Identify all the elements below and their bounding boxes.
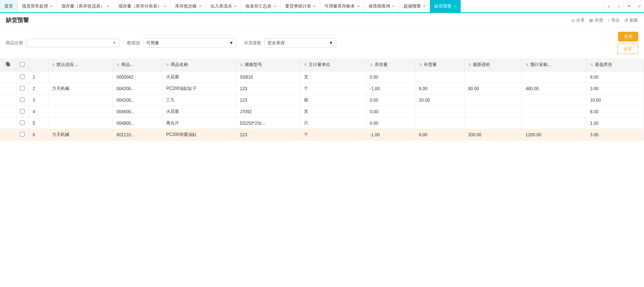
tab-close-in-out-flow[interactable]: × bbox=[234, 4, 236, 8]
row-checkbox[interactable] bbox=[20, 97, 25, 102]
row-checkbox[interactable] bbox=[20, 120, 25, 125]
gear-cell bbox=[0, 94, 16, 106]
tab-close-inventory-dist[interactable]: × bbox=[164, 4, 166, 8]
tab-in-out-flow[interactable]: 出入库流水 × bbox=[206, 0, 241, 12]
table-row: 2力天机械004200...PC200油缸缸子123个-1.006.0080.0… bbox=[0, 83, 644, 94]
tab-close-available-ledger[interactable]: × bbox=[357, 4, 359, 8]
gear-cell bbox=[0, 83, 16, 94]
replenish-button[interactable]: ⊞ 补货 bbox=[589, 17, 603, 23]
refresh-button[interactable]: ↺ 刷新 bbox=[624, 17, 638, 23]
column-estimated-purchase[interactable]: ⇅ 预计采购... bbox=[522, 58, 586, 71]
page-content: 缺货预警 ⎋ 分享 ⊞ 补货 ↑ 导出 ↺ 刷新 商品分类 bbox=[0, 13, 644, 287]
select-all-checkbox[interactable] bbox=[20, 62, 25, 67]
row-checkbox[interactable] bbox=[20, 132, 25, 137]
tab-close-demand-stat[interactable]: × bbox=[313, 4, 316, 8]
stock-qty-cell: 0.00 bbox=[366, 118, 415, 129]
column-product-name[interactable]: ⇅ 商品名称 bbox=[162, 58, 236, 71]
row-num-cell: 4 bbox=[29, 106, 48, 118]
column-stock-qty[interactable]: ⇅ 库存量 bbox=[366, 58, 415, 71]
row-checkbox[interactable] bbox=[20, 74, 25, 79]
column-checkbox[interactable] bbox=[16, 58, 29, 71]
checkbox-cell[interactable] bbox=[16, 106, 29, 118]
tab-close-batch-account[interactable]: × bbox=[199, 4, 201, 8]
unit-cell: 只 bbox=[300, 118, 366, 129]
replenish-base-select[interactable]: 安全库存 ▼ bbox=[264, 38, 336, 48]
checkbox-cell[interactable] bbox=[16, 71, 29, 83]
sort-icon-supplier: ⇅ bbox=[52, 63, 55, 67]
replenish-qty-cell bbox=[415, 71, 464, 83]
product-name-cell: 三九 bbox=[162, 94, 236, 106]
tab-close-shortage[interactable]: × bbox=[454, 4, 456, 8]
stock-qty-cell: 0.00 bbox=[366, 94, 415, 106]
table-container: ⇅ 默认供应... ⇅ 商品... ⇅ 商品名称 ⇅ 规格型号 bbox=[0, 58, 644, 141]
category-select[interactable]: ▼ bbox=[26, 39, 120, 47]
column-spec[interactable]: ⇅ 规格型号 bbox=[236, 58, 300, 71]
replenish-base-label: 补货基数 bbox=[244, 40, 261, 46]
page-header: 缺货预警 ⎋ 分享 ⊞ 补货 ↑ 导出 ↺ 刷新 bbox=[0, 13, 644, 27]
checkbox-cell[interactable] bbox=[16, 94, 29, 106]
tab-available-ledger[interactable]: 可用量库存账本 × bbox=[320, 0, 364, 12]
tab-close-expiry-query[interactable]: × bbox=[392, 4, 395, 8]
replenish-base-value: 安全库存 bbox=[267, 40, 285, 46]
column-replenish-qty[interactable]: ⇅ 补货量 bbox=[415, 58, 464, 71]
tab-nav-next[interactable]: › bbox=[614, 0, 624, 13]
stock-qty-cell: 0.00 bbox=[366, 106, 415, 118]
replenish-qty-cell: 6.00 bbox=[415, 129, 464, 141]
tab-home[interactable]: 首页 bbox=[0, 0, 18, 12]
filter-item-category: 商品分类 ▼ bbox=[6, 39, 120, 47]
tab-close-collect-summary[interactable]: × bbox=[274, 4, 276, 8]
tab-shortage[interactable]: 缺货预警 × bbox=[430, 0, 461, 12]
default-supplier-cell: 力天机械 bbox=[48, 129, 113, 141]
tab-nav-close[interactable]: × bbox=[624, 0, 634, 13]
tab-nav-buttons: ‹ › × ⤢ bbox=[604, 0, 644, 13]
row-num-cell: 3 bbox=[29, 94, 48, 106]
column-rownum bbox=[29, 58, 48, 71]
min-stock-cell: 8.00 bbox=[586, 106, 644, 118]
product-name-cell: 离合片 bbox=[162, 118, 236, 129]
checkbox-cell[interactable] bbox=[16, 129, 29, 141]
datasource-select[interactable]: 可用量 ▼ bbox=[143, 38, 237, 48]
product-name-cell: PC200张紧油缸 bbox=[162, 129, 236, 141]
column-min-stock[interactable]: ⇅ 最低库存 bbox=[586, 58, 644, 71]
tab-close-inventory-status[interactable]: × bbox=[107, 4, 109, 8]
tab-nav-prev[interactable]: ‹ bbox=[604, 0, 614, 13]
query-button[interactable]: 查询 bbox=[618, 32, 638, 41]
checkbox-cell[interactable] bbox=[16, 118, 29, 129]
row-checkbox[interactable] bbox=[20, 86, 25, 90]
unit-cell: 箱 bbox=[300, 94, 366, 106]
column-default-supplier[interactable]: ⇅ 默认供应... bbox=[48, 58, 113, 71]
product-name-cell: PC200油缸缸子 bbox=[162, 83, 236, 94]
column-gear[interactable] bbox=[0, 58, 16, 71]
share-button[interactable]: ⎋ 分享 bbox=[572, 17, 585, 23]
tab-collect-summary[interactable]: 收发存汇总表 × bbox=[241, 0, 280, 12]
unit-cell: 个 bbox=[300, 83, 366, 94]
column-product-code[interactable]: ⇅ 商品... bbox=[113, 58, 162, 71]
sort-icon-price: ⇅ bbox=[468, 63, 471, 67]
min-stock-cell: 3.00 bbox=[586, 129, 644, 141]
export-button[interactable]: ↑ 导出 bbox=[608, 17, 620, 23]
checkbox-cell[interactable] bbox=[16, 83, 29, 94]
product-code-cell: 004600... bbox=[113, 106, 162, 118]
tab-inventory-dist[interactable]: 现存量（库存分布表） × bbox=[114, 0, 171, 12]
tab-overstock[interactable]: 超储预警 × bbox=[399, 0, 430, 12]
tab-close-exception[interactable]: × bbox=[50, 4, 52, 8]
tab-exception[interactable]: 拣货异常处理 × bbox=[18, 0, 57, 12]
sort-icon-est-purchase: ⇅ bbox=[526, 63, 528, 67]
tab-expiry-query[interactable]: 保质期查询 × bbox=[364, 0, 399, 12]
tab-nav-expand[interactable]: ⤢ bbox=[634, 0, 644, 13]
tab-inventory-status[interactable]: 现存量（库存状况表） × bbox=[57, 0, 114, 12]
replenish-qty-cell: 20.00 bbox=[415, 94, 464, 106]
latest-price-cell bbox=[464, 106, 522, 118]
column-unit[interactable]: ⇅ 主计量单位 bbox=[300, 58, 366, 71]
sort-icon-unit: ⇅ bbox=[304, 63, 307, 67]
sort-icon-spec: ⇅ bbox=[240, 63, 243, 67]
tab-close-overstock[interactable]: × bbox=[423, 4, 425, 8]
category-label: 商品分类 bbox=[6, 40, 23, 46]
column-latest-price[interactable]: ⇅ 最新进价 bbox=[464, 58, 522, 71]
tab-batch-account[interactable]: 库存批次账 × bbox=[171, 0, 206, 12]
default-supplier-cell bbox=[48, 106, 113, 118]
settings-button[interactable]: 设置 bbox=[617, 44, 638, 54]
min-stock-cell: 3.00 bbox=[586, 83, 644, 94]
row-checkbox[interactable] bbox=[20, 109, 25, 114]
tab-demand-stat[interactable]: 要货单统计表 × bbox=[281, 0, 320, 12]
